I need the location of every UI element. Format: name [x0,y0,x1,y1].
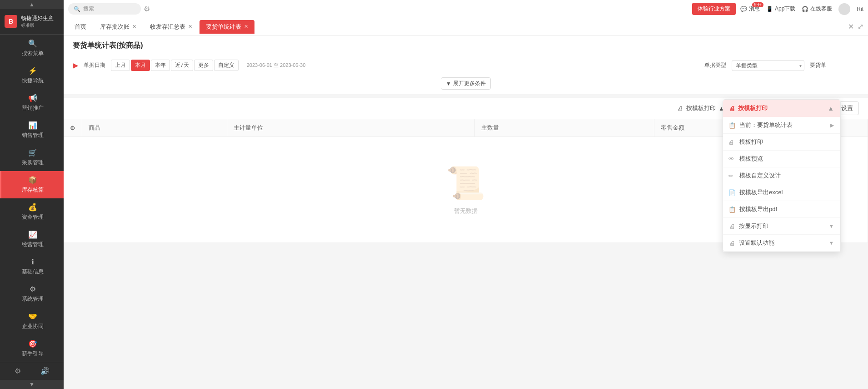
print-header-icon: 🖨 [729,105,735,112]
tab-库存批次账[interactable]: 库存批次账✕ [94,20,143,34]
expand-icon[interactable]: ▶ [73,61,78,70]
print-sub-设置默认功能[interactable]: 🖨设置默认功能▼ [723,235,840,252]
print-item-label: 模板预览 [739,155,763,163]
nav-label: 销售管理 [22,131,44,139]
print-item-按模板导出excel[interactable]: 📄按模板导出excel [723,184,840,201]
print-current-item[interactable]: 📋 当前：要货单统计表 ▶ [723,117,840,134]
nav-icon: 🔍 [28,39,37,48]
filter-row-1: ▶ 单据日期 上月本月本年近7天更多自定义 2023-06-01 至 2023-… [73,60,859,71]
date-btn-更多[interactable]: 更多 [194,60,213,71]
nav-label: 采购管理 [22,159,44,167]
print-dropdown: 🖨 按模板打印 ▲ 📋 当前：要货单统计表 ▶ 🖨模板打印👁模板预览✏模板自定义… [723,99,841,252]
app-download-label: App下载 [775,5,795,13]
col-header-settings[interactable]: ⚙ [64,119,82,137]
print-icon: 🖨 [678,105,683,112]
sidebar-item-采购管理[interactable]: 🛒采购管理 [0,144,64,171]
nav-label: 企业协同 [22,323,44,330]
date-btn-自定义[interactable]: 自定义 [214,60,239,71]
nav-icon: 📊 [28,121,37,130]
sidebar-item-新手引导[interactable]: 🎯新手引导 [0,335,64,362]
nav-icon: ℹ [31,258,34,266]
date-btn-本月[interactable]: 本月 [131,60,150,71]
print-btn-label: 按模板打印 [686,104,716,112]
sidebar-item-企业协同[interactable]: 🤝企业协同 [0,308,64,335]
tab-close-icon[interactable]: ✕ [132,24,136,30]
current-arrow: ▶ [830,122,834,128]
print-item-label: 模板打印 [739,138,763,146]
sidebar-item-系统管理[interactable]: ⚙系统管理 [0,280,64,308]
tab-首页[interactable]: 首页 [68,20,93,34]
close-tab-icon[interactable]: ✕ [848,22,854,31]
sidebar-item-库存核算[interactable]: 📦库存核算 [0,171,64,198]
sidebar-item-销售管理[interactable]: 📊销售管理 [0,116,64,144]
print-item-模板自定义设计[interactable]: ✏模板自定义设计 [723,167,840,184]
print-dropdown-close-icon[interactable]: ▲ [828,105,834,112]
nav-icon: 🎯 [28,339,37,348]
print-item-label: 按模板导出excel [739,188,783,197]
sidebar-scroll-up[interactable]: ▲ [0,0,64,9]
col-header-主数量: 主数量 [475,119,654,137]
sidebar-item-资金管理[interactable]: 💰资金管理 [0,198,64,226]
settings-icon[interactable]: ⚙ [15,367,21,375]
search-icon: 🔍 [74,6,80,12]
date-btn-本年[interactable]: 本年 [151,60,170,71]
tab-收发存汇总表[interactable]: 收发存汇总表✕ [144,20,199,34]
download-icon: 📱 [766,6,773,12]
print-sub-按显示打印[interactable]: 🖨按显示打印▼ [723,218,840,235]
sidebar-item-营销推广[interactable]: 📢营销推广 [0,89,64,116]
order-type-label: 单据类型 [704,61,726,69]
sub-icon: 🖨 [729,223,735,230]
order-status-label: 要货单 [810,61,826,69]
print-item-icon: 📄 [728,189,736,196]
nav-icon: ⚙ [30,285,36,293]
trial-btn[interactable]: 体验行业方案 [692,3,736,15]
topbar-right: 💬 消息 99+ 📱 App下载 🎧 在线客服 Rit [740,3,863,15]
page-content: 要货单统计表(按商品) ▶ 单据日期 上月本月本年近7天更多自定义 2023-0… [64,35,868,389]
tabs-actions: ✕ ⤢ [848,22,863,31]
gear-icon[interactable]: ⚙ [144,5,150,13]
topbar-left: 🔍 搜索 ⚙ [68,3,688,15]
nav-icon: 💰 [28,203,37,212]
service-icon: 🎧 [802,6,808,12]
online-service-btn[interactable]: 🎧 在线客服 [802,5,832,13]
sidebar-item-快捷导航[interactable]: ⚡快捷导航 [0,62,64,89]
print-item-icon: 🖨 [728,139,734,146]
print-item-模板打印[interactable]: 🖨模板打印 [723,134,840,151]
print-header-label: 按模板打印 [738,104,768,112]
tabs-bar: 首页库存批次账✕收发存汇总表✕要货单统计表✕ ✕ ⤢ [64,18,868,35]
empty-icon: 📜 [446,164,485,202]
message-btn[interactable]: 💬 消息 99+ [740,5,760,13]
avatar[interactable] [838,3,850,15]
message-badge: 99+ [752,2,763,7]
nav-icon: 📢 [28,94,37,102]
date-btn-上月[interactable]: 上月 [111,60,130,71]
print-item-按模板导出pdf[interactable]: 📋按模板导出pdf [723,201,840,218]
empty-text: 暂无数据 [454,207,478,215]
print-item-模板预览[interactable]: 👁模板预览 [723,151,840,167]
sub-label: 设置默认功能 [739,239,774,247]
print-item-icon: 📋 [728,206,736,213]
search-placeholder: 搜索 [83,5,94,13]
topbar-search[interactable]: 🔍 搜索 [68,3,141,15]
sidebar-item-搜索菜单[interactable]: 🔍搜索菜单 [0,35,64,62]
sidebar-item-基础信息[interactable]: ℹ基础信息 [0,253,64,280]
col-header-主计量单位: 主计量单位 [227,119,475,137]
nav-label: 资金管理 [22,213,44,221]
app-download-btn[interactable]: 📱 App下载 [766,5,795,13]
sound-icon[interactable]: 🔊 [40,367,50,375]
tab-close-icon[interactable]: ✕ [188,24,192,30]
username: Rit [857,6,863,12]
tab-close-icon[interactable]: ✕ [244,24,248,30]
main-content: 🔍 搜索 ⚙ 体验行业方案 💬 消息 99+ 📱 App下载 🎧 在线客服 Ri… [64,0,868,389]
sidebar: ▲ B 畅捷通好生意 标准版 🔍搜索菜单⚡快捷导航📢营销推广📊销售管理🛒采购管理… [0,0,64,389]
filter-bar: ▶ 单据日期 上月本月本年近7天更多自定义 2023-06-01 至 2023-… [64,55,868,94]
expand-more-btn[interactable]: ▼ 展开更多条件 [441,77,491,90]
print-template-btn[interactable]: 🖨 按模板打印 ▲ [678,104,724,112]
maximize-icon[interactable]: ⤢ [858,22,863,31]
print-item-icon: ✏ [728,172,733,179]
order-type-select[interactable]: 单据类型 [732,60,804,71]
sidebar-item-经营管理[interactable]: 📈经营管理 [0,226,64,253]
sidebar-scroll-down[interactable]: ▼ [0,380,64,389]
tab-要货单统计表[interactable]: 要货单统计表✕ [200,20,254,34]
date-btn-近7天[interactable]: 近7天 [171,60,193,71]
